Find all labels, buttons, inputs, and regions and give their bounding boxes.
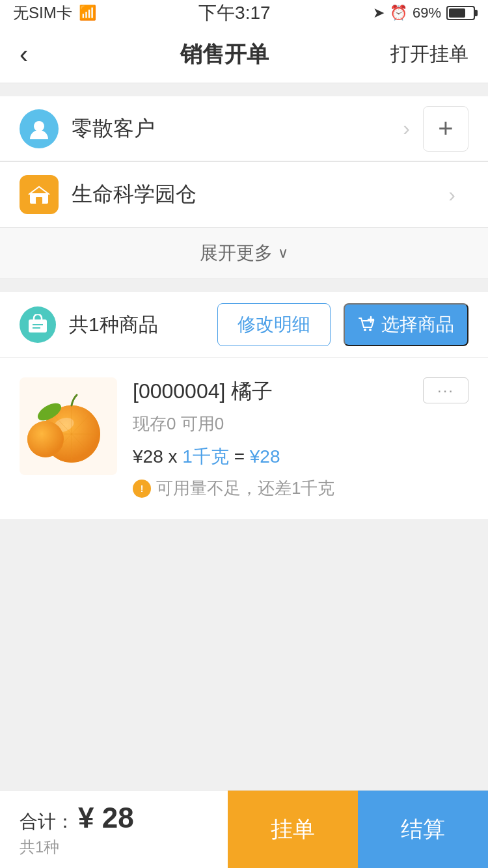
product-info: [0000004] 橘子 ··· 现存0 可用0 ¥28 x 1千克 = ¥28… (133, 377, 468, 500)
nav-bar: ‹ 销售开单 打开挂单 (0, 26, 488, 83)
battery-label: 69% (413, 5, 441, 21)
warehouse-row[interactable]: 生命科学园仓 › (0, 162, 488, 227)
product-id: [0000004] (133, 379, 225, 403)
total-section: 合计： ¥ 28 共1种 (0, 802, 228, 858)
svg-rect-2 (36, 197, 42, 204)
separator-1 (0, 83, 488, 96)
total-label: 合计： (20, 809, 74, 834)
warehouse-name: 生命科学园仓 (72, 180, 448, 209)
product-multiply: x (169, 446, 178, 467)
product-card: [0000004] 橘子 ··· 现存0 可用0 ¥28 x 1千克 = ¥28… (0, 357, 488, 519)
total-count: 共1种 (20, 837, 208, 858)
hang-button[interactable]: 挂单 (228, 791, 358, 869)
status-bar: 无SIM卡 📶 下午3:17 ➤ ⏰ 69% (0, 0, 488, 26)
bottom-bar: 合计： ¥ 28 共1种 挂单 结算 (0, 790, 488, 868)
product-price-row: ¥28 x 1千克 = ¥28 (133, 444, 468, 469)
expand-more-label: 展开更多 (200, 241, 273, 265)
product-stock: 现存0 可用0 (133, 413, 468, 435)
warning-text: 可用量不足，还差1千克 (156, 477, 334, 500)
svg-point-7 (369, 329, 372, 331)
checkout-button[interactable]: 结算 (358, 791, 488, 869)
cart-add-icon (358, 316, 376, 334)
select-product-label: 选择商品 (381, 312, 454, 337)
product-name: 橘子 (231, 379, 273, 403)
product-warning: ! 可用量不足，还差1千克 (133, 477, 468, 500)
customer-row[interactable]: 零散客户 › + (0, 96, 488, 161)
product-title: [0000004] 橘子 (133, 377, 423, 406)
svg-text:!: ! (141, 483, 144, 494)
time-label: 下午3:17 (198, 1, 271, 25)
product-title-row: [0000004] 橘子 ··· (133, 377, 468, 406)
svg-point-6 (364, 329, 366, 331)
modify-detail-button[interactable]: 修改明细 (217, 303, 331, 346)
product-total: ¥28 (250, 446, 280, 467)
warehouse-chevron-icon: › (448, 183, 455, 207)
customer-chevron-icon: › (403, 116, 410, 141)
svg-rect-3 (29, 319, 47, 332)
customer-actions: › + (403, 106, 468, 152)
open-hang-button[interactable]: 打开挂单 (390, 41, 468, 68)
svg-point-0 (34, 121, 44, 131)
status-right: ➤ ⏰ 69% (373, 5, 475, 21)
warning-icon: ! (133, 480, 151, 498)
select-product-button[interactable]: 选择商品 (344, 303, 468, 346)
orange-image (26, 387, 111, 465)
alarm-icon: ⏰ (390, 5, 407, 21)
products-icon (20, 306, 56, 343)
product-price: ¥28 (133, 446, 163, 467)
product-image (20, 377, 117, 475)
expand-more-button[interactable]: 展开更多 ∨ (0, 227, 488, 279)
page-title: 销售开单 (180, 40, 269, 70)
product-more-button[interactable]: ··· (423, 377, 468, 403)
wifi-icon: 📶 (79, 5, 96, 21)
customer-avatar (20, 109, 59, 148)
separator-3 (0, 279, 488, 292)
location-icon: ➤ (373, 5, 385, 21)
content-background (0, 519, 488, 806)
customer-name: 零散客户 (72, 115, 403, 143)
warehouse-icon (20, 175, 59, 214)
product-equals: = (234, 446, 245, 467)
expand-arrow-icon: ∨ (278, 245, 288, 262)
products-header: 共1种商品 修改明细 选择商品 (0, 292, 488, 357)
svg-point-19 (27, 421, 64, 457)
back-button[interactable]: ‹ (20, 40, 59, 69)
products-count-label: 共1种商品 (69, 312, 204, 338)
status-left: 无SIM卡 📶 (13, 3, 96, 23)
carrier-label: 无SIM卡 (13, 3, 72, 23)
battery-icon (446, 6, 475, 20)
add-customer-button[interactable]: + (423, 106, 468, 152)
product-quantity: 1千克 (182, 446, 229, 467)
total-amount: ¥ 28 (78, 802, 134, 834)
